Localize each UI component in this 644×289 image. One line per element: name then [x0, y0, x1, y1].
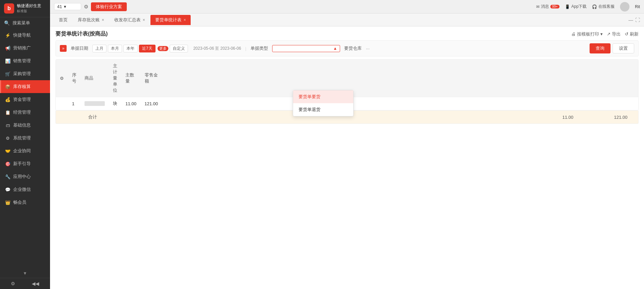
avatar[interactable] [620, 2, 629, 12]
sidebar-item-finance[interactable]: 💰 资金管理 [0, 93, 50, 106]
sidebar: b 畅捷通好生意 标准版 🔍 搜索菜单 ⚡ 快捷导航 📢 营销推广 📊 销售管理… [0, 0, 50, 289]
page-actions: 🖨 按模板打印 ▾ ↗ 导出 ↺ 刷新 [571, 31, 639, 37]
sidebar-item-app-center[interactable]: 🔧 应用中心 [0, 170, 50, 183]
date-btn-last-month[interactable]: 上月 [92, 45, 106, 52]
tab-home-label: 首页 [59, 17, 68, 23]
sidebar-scroll-down[interactable]: ▼ [0, 269, 50, 278]
more-badge[interactable]: 更多 [158, 46, 168, 51]
sidebar-item-label: 基础信息 [13, 122, 31, 128]
company-selector[interactable]: 41 ▾ [54, 3, 81, 10]
search-icon: 🔍 [4, 20, 10, 26]
sidebar-item-sales[interactable]: 📊 销售管理 [0, 54, 50, 67]
query-btn[interactable]: 查询 [590, 43, 611, 53]
sidebar-item-label: 销售管理 [13, 58, 31, 64]
quick-nav-icon: ⚡ [5, 33, 10, 38]
page-content: 要货单统计表(按商品) 🖨 按模板打印 ▾ ↗ 导出 ↺ 刷新 [50, 26, 644, 289]
col-unit: 主计量单位 [109, 60, 121, 97]
type-chevron-up-icon: ▲ [333, 46, 337, 51]
sidebar-item-base-info[interactable]: 🗃 基础信息 [0, 119, 50, 132]
sidebar-item-label: 库存核算 [13, 84, 31, 90]
logo-icon: b [4, 3, 14, 14]
warehouse-more-icon[interactable]: ··· [366, 46, 369, 51]
enterprise-icon: 🤝 [5, 149, 10, 154]
date-btn-this-month[interactable]: 本月 [108, 45, 122, 52]
date-range-display: 2023-05-06 至 2023-06-06 [193, 46, 241, 51]
app-download-btn[interactable]: 📱 App下载 [565, 4, 587, 9]
sidebar-item-label: 资金管理 [13, 96, 31, 103]
tab-order-stats-close[interactable]: × [184, 18, 186, 22]
sidebar-item-enterprise[interactable]: 🤝 企业协同 [0, 144, 50, 157]
sidebar-item-inventory[interactable]: 📦 库存核算 [0, 80, 50, 93]
sales-icon: 📊 [5, 59, 10, 64]
sidebar-item-marketing[interactable]: 📢 营销推广 [0, 42, 50, 54]
print-btn[interactable]: 🖨 按模板打印 ▾ [571, 31, 603, 37]
sidebar-item-quick-nav[interactable]: ⚡ 快捷导航 [0, 29, 50, 42]
filter-area: » 单据日期 上月 本月 本年 近7天 更多 自定义 2023-05-06 至 … [55, 40, 639, 57]
sidebar-bottom: ⚙ ◀◀ [0, 278, 50, 289]
sidebar-item-label: 企业协同 [13, 148, 31, 154]
tab-collection-summary[interactable]: 收发存汇总表 × [110, 15, 150, 25]
member-icon: 👑 [5, 200, 10, 205]
tab-order-stats[interactable]: 要货单统计表 × [150, 15, 191, 25]
tabs-bar: 首页 库存批次账 × 收发存汇总表 × 要货单统计表 × — ⛶ [50, 14, 644, 26]
settings-icon[interactable]: ⚙ [11, 281, 15, 286]
username[interactable]: Rit [635, 4, 640, 9]
sidebar-nav: ⚡ 快捷导航 📢 营销推广 📊 销售管理 🛒 采购管理 📦 库存核算 💰 资金管… [0, 29, 50, 269]
date-btn-this-year[interactable]: 本年 [123, 45, 138, 52]
sidebar-item-label: 采购管理 [13, 71, 31, 77]
main-area: 41 ▾ ⚙ 体验行业方案 ✉ 消息 99+ 📱 App下载 🎧 在线客服 Ri… [50, 0, 644, 289]
message-badge: 99+ [550, 5, 559, 8]
date-btn-last-7days[interactable]: 近7天 [139, 45, 156, 52]
messages-btn[interactable]: ✉ 消息 99+ [536, 4, 559, 9]
filter-separator: | [245, 46, 246, 51]
filter-expand-btn[interactable]: » [60, 45, 67, 52]
industry-btn[interactable]: 体验行业方案 [91, 2, 127, 11]
online-service-btn[interactable]: 🎧 在线客服 [592, 4, 615, 9]
type-selector[interactable]: ▲ [272, 45, 340, 52]
sidebar-item-operations[interactable]: 📋 经营管理 [0, 106, 50, 119]
sidebar-item-wechat[interactable]: 💬 企业微信 [0, 183, 50, 196]
maximize-icon[interactable]: ⛶ [635, 17, 640, 23]
tab-collection-summary-close[interactable]: × [143, 18, 145, 22]
page-header: 要货单统计表(按商品) 🖨 按模板打印 ▾ ↗ 导出 ↺ 刷新 [50, 26, 644, 40]
logo-text: 畅捷通好生意 标准版 [17, 3, 41, 14]
minimize-icon[interactable]: — [628, 17, 633, 23]
base-info-icon: 🗃 [5, 123, 10, 128]
page-title: 要货单统计表(按商品) [55, 30, 108, 38]
date-filter-btns: 上月 本月 本年 近7天 更多 自定义 [92, 45, 188, 52]
sidebar-item-system[interactable]: ⚙ 系统管理 [0, 132, 50, 144]
tab-home[interactable]: 首页 [54, 15, 72, 25]
topbar-gear-icon[interactable]: ⚙ [84, 4, 88, 10]
type-dropdown: 要货单要货 要货单退货 [293, 90, 354, 116]
sidebar-item-member[interactable]: 👑 畅会员 [0, 196, 50, 209]
type-input[interactable] [275, 46, 332, 51]
export-btn[interactable]: ↗ 导出 [607, 31, 621, 37]
table-settings-icon[interactable]: ⚙ [60, 76, 64, 81]
message-icon: ✉ [536, 4, 540, 9]
collapse-icon[interactable]: ◀◀ [32, 281, 39, 286]
settings-btn[interactable]: 设置 [613, 43, 634, 53]
col-settings[interactable]: ⚙ [56, 60, 68, 97]
row-settings-cell [56, 97, 68, 110]
tab-inventory-batch-close[interactable]: × [102, 18, 104, 22]
topbar-right: ✉ 消息 99+ 📱 App下载 🎧 在线客服 Rit [536, 2, 640, 12]
col-product: 商品 [80, 60, 109, 97]
tab-inventory-batch[interactable]: 库存批次账 × [73, 15, 109, 25]
refresh-btn[interactable]: ↺ 刷新 [625, 31, 639, 37]
marketing-icon: 📢 [5, 46, 10, 51]
sidebar-item-purchase[interactable]: 🛒 采购管理 [0, 67, 50, 80]
date-btn-custom[interactable]: 自定义 [170, 45, 188, 52]
operations-icon: 📋 [5, 110, 10, 115]
refresh-icon: ↺ [625, 31, 628, 37]
dropdown-item-order-req[interactable]: 要货单要货 [293, 90, 353, 103]
row-extra [162, 97, 638, 110]
sidebar-item-guide[interactable]: 🎯 新手引导 [0, 157, 50, 170]
sidebar-item-label: 快捷导航 [13, 32, 31, 38]
dropdown-item-order-ret[interactable]: 要货单退货 [293, 103, 353, 116]
print-chevron-icon: ▾ [600, 31, 603, 37]
row-qty: 11.00 [121, 97, 141, 110]
sidebar-item-label: 新手引导 [13, 161, 31, 167]
search-menu[interactable]: 🔍 搜索菜单 [0, 17, 50, 29]
filter-row: » 单据日期 上月 本月 本年 近7天 更多 自定义 2023-05-06 至 … [60, 43, 634, 53]
row-no: 1 [68, 97, 80, 110]
